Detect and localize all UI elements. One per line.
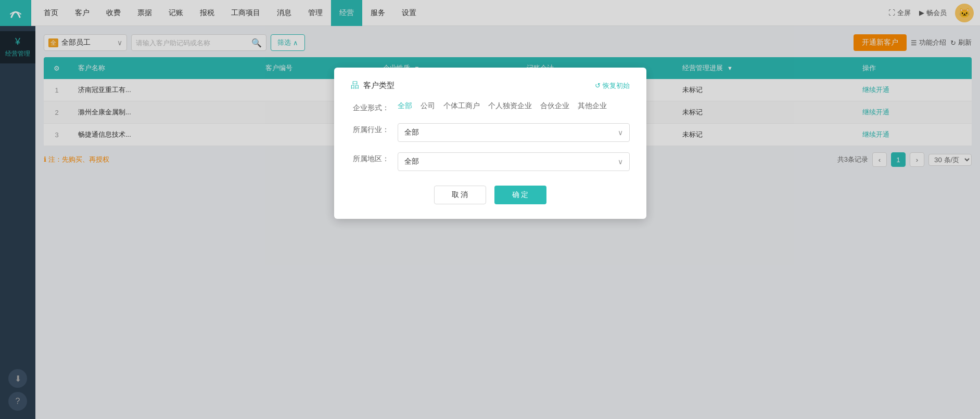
region-select[interactable]: 全部 ∨ (398, 152, 630, 171)
industry-label: 所属行业： (351, 123, 398, 135)
region-form-row: 所属地区： 全部 ∨ (351, 152, 630, 171)
enterprise-form-row: 企业形式： 全部 公司 个体工商户 个人独资企业 合伙企业 其他企业 (351, 101, 630, 113)
industry-value: 全部 (404, 128, 419, 137)
industry-content: 全部 ∨ (398, 123, 630, 142)
region-value: 全部 (404, 157, 419, 166)
type-option-sole[interactable]: 个人独资企业 (488, 101, 532, 111)
type-option-company[interactable]: 公司 (421, 101, 435, 111)
filter-modal: 品 客户类型 ↺ 恢复初始 企业形式： 全部 公司 个体工商户 个人独资企业 合… (334, 68, 646, 219)
region-label: 所属地区： (351, 152, 398, 164)
type-option-other[interactable]: 其他企业 (578, 101, 607, 111)
type-option-partnership[interactable]: 合伙企业 (540, 101, 569, 111)
confirm-button[interactable]: 确 定 (494, 186, 546, 204)
industry-form-row: 所属行业： 全部 ∨ (351, 123, 630, 142)
industry-select[interactable]: 全部 ∨ (398, 123, 630, 142)
industry-arrow-icon: ∨ (618, 128, 623, 137)
modal-title-icon: 品 (351, 80, 359, 91)
enterprise-form-content: 全部 公司 个体工商户 个人独资企业 合伙企业 其他企业 (398, 101, 630, 111)
type-option-individual[interactable]: 个体工商户 (443, 101, 480, 111)
region-arrow-icon: ∨ (618, 158, 623, 166)
cancel-button[interactable]: 取 消 (434, 186, 486, 204)
region-content: 全部 ∨ (398, 152, 630, 171)
type-option-all[interactable]: 全部 (398, 101, 412, 111)
reset-label: 恢复初始 (603, 81, 630, 90)
enterprise-form-label: 企业形式： (351, 101, 398, 113)
modal-title-text: 客户类型 (363, 81, 394, 90)
reset-button[interactable]: ↺ 恢复初始 (595, 81, 630, 90)
modal-overlay: 品 客户类型 ↺ 恢复初始 企业形式： 全部 公司 个体工商户 个人独资企业 合… (0, 0, 980, 419)
modal-title: 品 客户类型 (351, 80, 394, 91)
modal-footer: 取 消 确 定 (351, 186, 630, 204)
modal-header: 品 客户类型 ↺ 恢复初始 (351, 80, 630, 91)
reset-icon: ↺ (595, 82, 601, 89)
type-options: 全部 公司 个体工商户 个人独资企业 合伙企业 其他企业 (398, 101, 630, 111)
